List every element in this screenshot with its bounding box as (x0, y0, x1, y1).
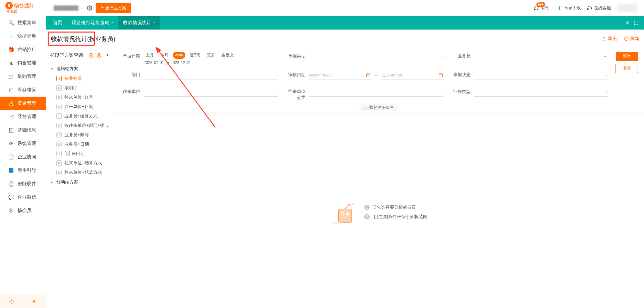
messages-link[interactable]: 99+ 消息 ⌵ (534, 5, 552, 11)
org-switcher[interactable]: ████████ ⌵ 体验行业方案 (54, 3, 131, 13)
brand-edition: 标准版 (6, 9, 17, 14)
headset-icon (587, 5, 592, 11)
chevron-down-icon: ⌵ (81, 6, 84, 10)
org-name-blurred: ████████ (54, 5, 78, 10)
user-avatar-blurred[interactable] (617, 4, 637, 12)
svg-point-0 (89, 7, 90, 9)
svg-rect-4 (591, 8, 592, 10)
support-label: 在线客服 (594, 5, 611, 11)
phone-icon (558, 5, 563, 11)
cta-button[interactable]: 体验行业方案 (96, 3, 131, 13)
svg-rect-3 (587, 8, 588, 10)
support-link[interactable]: 在线客服 (587, 5, 611, 11)
app-download-label: App下载 (565, 5, 581, 11)
logo-icon: 6 (5, 2, 13, 9)
messages-badge: 99+ (536, 2, 545, 7)
app-download-link[interactable]: App下载 (558, 5, 581, 11)
gear-icon[interactable] (86, 5, 93, 11)
brand-name: 畅捷通好… (14, 3, 39, 9)
chevron-down-icon: ⌵ (550, 6, 552, 10)
top-header: 6 畅捷通好… 标准版 ████████ ⌵ 体验行业方案 99+ 消息 ⌵ A… (0, 0, 644, 16)
logo-area: 6 畅捷通好… 标准版 (3, 2, 49, 14)
